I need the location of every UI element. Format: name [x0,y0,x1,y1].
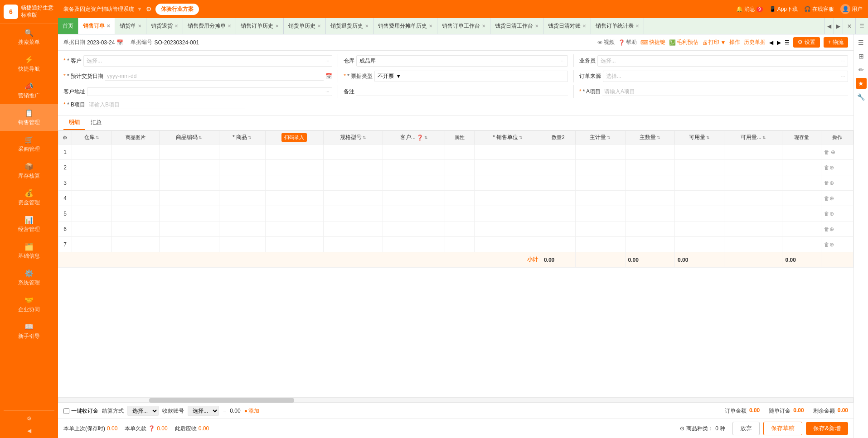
invoice-type-select[interactable]: 不开票 ▼ [374,71,567,82]
row-copy-icon[interactable]: ⊕ [829,164,834,171]
note-input[interactable] [356,87,567,96]
tab-close-fee-history-icon[interactable]: ✕ [429,24,432,29]
history-action[interactable]: 历史单据 [744,39,766,46]
row-copy-icon[interactable]: ⊕ [829,195,834,202]
tab-sales-refund[interactable]: 销货退货 ✕ [146,18,183,34]
row-copy-icon[interactable]: ⊕ [829,241,834,248]
row-main-qty[interactable] [625,144,674,160]
tab-next-btn[interactable]: ▶ [834,18,843,34]
right-panel-grid-btn[interactable]: ⊞ [856,51,867,62]
user-menu[interactable]: 👤 用户 [840,4,863,14]
tab-cash-daily-reconcile[interactable]: 钱货日清对账 ✕ [543,18,591,34]
calendar2-icon[interactable]: 📅 [325,73,332,79]
sidebar-item-finance[interactable]: 💰 资金管理 [0,184,58,211]
tab-close-return-history-icon[interactable]: ✕ [317,24,321,29]
print-action[interactable]: 🖨 打印 ▼ [702,39,726,46]
sidebar-item-search[interactable]: 🔍 搜索菜单 [0,24,58,51]
sidebar-item-sales[interactable]: 📋 销售管理 [0,104,58,131]
right-panel-star-btn[interactable]: ★ [856,78,867,89]
sidebar-item-base-info[interactable]: 🗂️ 基础信息 [0,238,58,265]
sidebar-collapse-btn[interactable]: ◀ [0,425,58,436]
horizontal-scrollbar[interactable] [58,397,853,403]
project-b-input[interactable] [87,101,245,109]
order-source-input[interactable]: 选择... ··· [603,71,848,82]
salesperson-input[interactable]: 选择... ··· [597,55,848,67]
help-debt-icon[interactable]: ❓ [148,425,155,432]
sidebar-item-marketing[interactable]: 📣 营销推广 [0,77,58,104]
row-delete-icon[interactable]: 🗑 [824,195,829,202]
row-delete-icon[interactable]: 🗑 [824,149,829,155]
sidebar-settings[interactable]: ⚙ [0,412,58,425]
sort-available2-icon[interactable]: ⇅ [762,135,766,140]
sidebar-item-system[interactable]: ⚙️ 系统管理 [0,265,58,291]
save-draft-btn[interactable]: 保存草稿 [763,422,802,435]
tab-close-sales-stats-icon[interactable]: ✕ [635,24,639,29]
sort-spec-icon[interactable]: ⇅ [363,135,366,140]
tab-sales-return-history[interactable]: 销货单历史 ✕ [284,18,326,34]
right-panel-edit-btn[interactable]: ✏ [856,64,867,75]
tab-close-fee-split-icon[interactable]: ✕ [228,24,231,29]
row-delete-icon[interactable]: 🗑 [824,164,829,171]
tab-cash-daily-workbench[interactable]: 钱货日清工作台 ✕ [490,18,543,34]
customer-input[interactable]: 选择... ··· [83,55,332,67]
settings-btn[interactable]: ⚙ 设置 [793,37,820,48]
tab-summary[interactable]: 汇总 [85,116,107,130]
sort-main-qty-icon[interactable]: ⇅ [657,135,660,140]
shortcut-action[interactable]: ⌨ 快捷键 [640,39,665,46]
customer-addr-input[interactable]: ··· [87,87,332,96]
right-panel-list-btn[interactable]: ☰ [856,37,867,48]
scroll-thumb[interactable] [149,398,294,403]
tab-prev-btn[interactable]: ◀ [824,18,834,34]
tab-close-cash-workbench-icon[interactable]: ✕ [535,24,538,29]
tab-close-all-btn[interactable]: ✕ [843,18,855,34]
sort-main-unit-icon[interactable]: ⇅ [607,135,611,140]
add-btn[interactable]: ● 添加 [244,407,259,415]
row-warehouse[interactable] [72,144,112,160]
row-product[interactable] [219,144,265,160]
row-delete-icon[interactable]: 🗑 [824,226,829,232]
help-action[interactable]: ❓ 帮助 [618,39,637,46]
sidebar-item-operations[interactable]: 📊 经营管理 [0,211,58,238]
online-support-btn[interactable]: 🎧 在线客服 [804,5,834,13]
sort-unit-icon[interactable]: ⇅ [519,135,523,140]
bank-account-select[interactable]: 选择... [188,406,219,416]
tab-home[interactable]: 首页 [58,18,78,34]
warehouse-input[interactable]: 成品库 ··· [356,55,567,67]
sidebar-item-guide[interactable]: 📖 新手引导 [0,318,58,345]
sidebar-item-enterprise[interactable]: 🤝 企业协同 [0,291,58,318]
sidebar-item-inventory[interactable]: 📦 库存核算 [0,158,58,184]
one-click-checkbox[interactable]: 一键收订金 [63,407,98,415]
add-item-btn[interactable]: + 物流 [824,37,848,48]
tab-sales-fee-split-history[interactable]: 销售费用分摊单历史 ✕ [373,18,437,34]
row-delete-icon[interactable]: 🗑 [824,241,829,248]
layout-list-icon[interactable]: ☰ [785,39,790,46]
tab-sales-fee-split[interactable]: 销售费用分摊单 ✕ [183,18,236,34]
row-copy-icon[interactable]: ⊕ [829,180,834,186]
row-unit[interactable] [475,144,541,160]
tab-close-cash-reconcile-icon[interactable]: ✕ [582,24,586,29]
nav-prev-icon[interactable]: ◀ [769,39,773,46]
column-settings-icon[interactable]: ⚙ [63,135,68,141]
row-copy-icon[interactable]: ⊕ [831,149,835,155]
sort-product-icon[interactable]: ⇅ [248,135,252,140]
discard-btn[interactable]: 放弃 [732,422,760,435]
row-copy-icon[interactable]: ⊕ [829,226,834,232]
row-delete-icon[interactable]: 🗑 [824,211,829,217]
row-product-code[interactable] [159,144,219,160]
row-customer-code[interactable] [383,144,445,160]
sort-product-code-icon[interactable]: ⇅ [199,135,202,140]
tab-close-sales-return-icon[interactable]: ✕ [138,24,141,29]
tab-sales-stats[interactable]: 销售订单统计表 ✕ [591,18,644,34]
row-delete-icon[interactable]: 🗑 [824,180,829,186]
app-download-btn[interactable]: 📱 App下载 [769,5,798,13]
tab-close-workbench-icon[interactable]: ✕ [482,24,485,29]
calendar-icon[interactable]: 📅 [116,39,123,46]
notifications-btn[interactable]: 🔔 消息 9 [736,5,763,13]
sidebar-item-purchase[interactable]: 🛒 采购管理 [0,131,58,158]
save-new-btn[interactable]: 保存&新增 [806,422,848,435]
profit-action[interactable]: 💹 毛利预估 [669,39,698,46]
tab-detail[interactable]: 明细 [63,116,85,130]
delivery-date-input[interactable] [105,72,324,81]
tab-sales-refund-history[interactable]: 销货退货历史 ✕ [326,18,373,34]
topbar-gear-icon[interactable]: ⚙ [146,5,152,13]
